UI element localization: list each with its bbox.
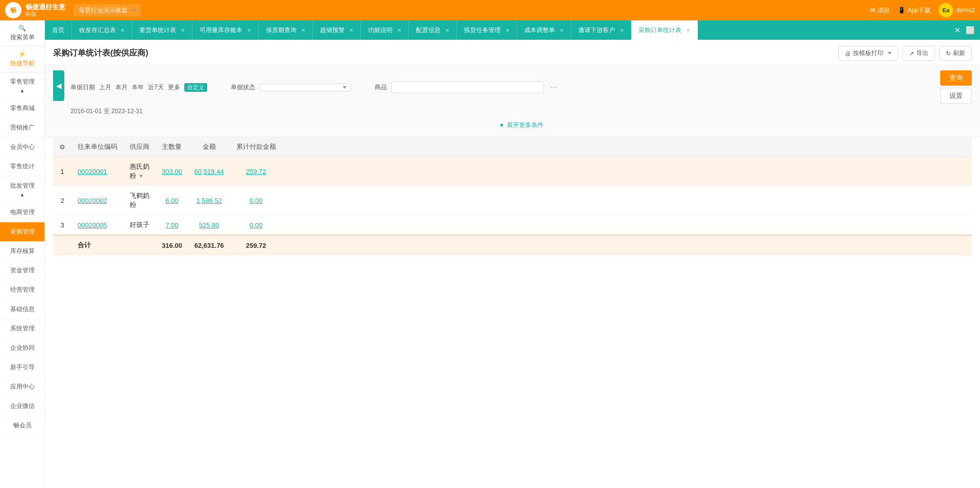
sidebar-item-member[interactable]: 会员中心 bbox=[0, 138, 44, 157]
close-tab-available-stock[interactable]: ✕ bbox=[247, 28, 251, 33]
tab-order-summary[interactable]: 要货单统计表 ✕ bbox=[132, 20, 192, 40]
goods-more-icon[interactable]: ··· bbox=[550, 83, 557, 92]
maximize-btn[interactable]: ⬜ bbox=[964, 24, 976, 36]
query-button[interactable]: 查询 bbox=[940, 70, 972, 86]
shortcut-this-month[interactable]: 本月 bbox=[115, 83, 128, 92]
message-btn[interactable]: ✉ 消息 bbox=[870, 6, 890, 15]
shortcut-more[interactable]: 更多 bbox=[168, 83, 180, 92]
row-index-1: 1 bbox=[53, 157, 71, 186]
col-extra bbox=[282, 137, 972, 157]
sidebar-item-ecommerce[interactable]: 电商管理 bbox=[0, 203, 44, 222]
tab-purchase-stat[interactable]: 采购订单统计表 ✕ bbox=[631, 20, 698, 40]
right-content: 首页 收发存汇总表 ✕ 要货单统计表 ✕ 可用量库存账本 ✕ 保质期查询 ✕ 超… bbox=[45, 20, 980, 488]
shortcut-this-year[interactable]: 本年 bbox=[132, 83, 144, 92]
expand-icon: ▲ bbox=[20, 88, 25, 93]
tab-cost-adjust[interactable]: 成本调整单 ✕ bbox=[517, 20, 571, 40]
settings-button[interactable]: 设置 bbox=[940, 88, 972, 104]
app-icon: 📱 bbox=[898, 7, 905, 14]
sidebar-item-marketing[interactable]: 营销推广 bbox=[0, 118, 44, 138]
close-tab-purchase-stat[interactable]: ✕ bbox=[686, 28, 690, 33]
user-area[interactable]: Ea demo2 bbox=[939, 3, 975, 17]
message-icon: ✉ bbox=[870, 7, 875, 14]
sidebar-item-retail-stat[interactable]: 零售统计 bbox=[0, 157, 44, 176]
tab-available-stock[interactable]: 可用量库存账本 ✕ bbox=[192, 20, 259, 40]
sidebar-item-enterprise[interactable]: 企业协同 bbox=[0, 339, 44, 358]
sidebar-item-wechat[interactable]: 企业微信 bbox=[0, 397, 44, 416]
close-tab-invite-downstream[interactable]: ✕ bbox=[620, 28, 624, 33]
app-download-btn[interactable]: 📱 App下载 bbox=[898, 6, 930, 15]
custom-date-tag[interactable]: 自定义 bbox=[184, 83, 207, 92]
filter-row-date: 2016-01-01 至 2023-12-31 bbox=[70, 107, 972, 116]
sidebar-item-quicknav[interactable]: ⚡ 快捷导航 bbox=[0, 46, 44, 72]
refresh-button[interactable]: ↻ 刷新 bbox=[939, 46, 972, 61]
row-qty-2: 6.00 bbox=[156, 186, 188, 215]
row-code-3: 00020005 bbox=[71, 215, 124, 236]
sidebar-item-finance[interactable]: 资金管理 bbox=[0, 261, 44, 280]
sidebar-item-appcenter[interactable]: 应用中心 bbox=[0, 377, 44, 397]
close-tab-overstock-warning[interactable]: ✕ bbox=[349, 28, 353, 33]
close-tab-picking-task[interactable]: ✕ bbox=[505, 28, 509, 33]
template-print-button[interactable]: 🖨 按模板打印 bbox=[838, 46, 898, 61]
tab-picking-task[interactable]: 拣货任务管理 ✕ bbox=[457, 20, 517, 40]
export-button[interactable]: ↗ 导出 bbox=[902, 46, 935, 61]
footer-quantity: 316.00 bbox=[156, 235, 188, 255]
print-icon: 🖨 bbox=[845, 50, 851, 57]
user-avatar: Ea bbox=[939, 3, 953, 17]
sidebar-item-retail[interactable]: 零售管理 ▲ bbox=[0, 72, 44, 99]
tab-overstock-warning[interactable]: 超储预警 ✕ bbox=[313, 20, 361, 40]
close-tab-function-desc[interactable]: ✕ bbox=[397, 28, 401, 33]
close-tab-receive-summary[interactable]: ✕ bbox=[120, 28, 125, 33]
tab-function-desc[interactable]: 功能说明 ✕ bbox=[361, 20, 409, 40]
date-label: 单据日期 bbox=[70, 83, 95, 92]
col-settings[interactable]: ⚙ bbox=[53, 137, 71, 157]
sidebar-item-search[interactable]: 🔍 搜索英单 bbox=[0, 20, 44, 46]
close-tab-config-info[interactable]: ✕ bbox=[445, 28, 449, 33]
goods-input[interactable] bbox=[391, 81, 544, 93]
shortcut-last-month[interactable]: 上月 bbox=[99, 83, 111, 92]
tab-warranty-query[interactable]: 保质期查询 ✕ bbox=[259, 20, 313, 40]
page-actions: 🖨 按模板打印 ↗ 导出 ↻ 刷新 bbox=[838, 46, 972, 61]
sidebar-item-inventory[interactable]: 库存核算 bbox=[0, 242, 44, 261]
footer-paid: 259.72 bbox=[230, 235, 282, 255]
sidebar-item-batch[interactable]: 批发管理 ▲ bbox=[0, 176, 44, 203]
col-amount: 金额 bbox=[188, 137, 230, 157]
close-all-tabs-btn[interactable]: ✕ bbox=[953, 24, 962, 36]
sidebar-item-newguide[interactable]: 新手引导 bbox=[0, 358, 44, 377]
row-qty-3: 7.00 bbox=[156, 215, 188, 236]
sidebar-item-purchase[interactable]: 采购管理 bbox=[0, 222, 44, 242]
query-btns: 查询 设置 bbox=[940, 70, 972, 104]
collapse-toggle-btn[interactable]: ◀ bbox=[53, 70, 64, 101]
close-tab-order-summary[interactable]: ✕ bbox=[181, 28, 185, 33]
nav-tabs: 首页 收发存汇总表 ✕ 要货单统计表 ✕ 可用量库存账本 ✕ 保质期查询 ✕ 超… bbox=[45, 20, 980, 40]
sidebar-item-system[interactable]: 系统管理 bbox=[0, 319, 44, 339]
date-range-display: 2016-01-01 至 2023-12-31 bbox=[70, 107, 142, 116]
sidebar-item-operations[interactable]: 经营管理 bbox=[0, 280, 44, 300]
row-index-3: 3 bbox=[53, 215, 71, 236]
sidebar-item-basic[interactable]: 基础信息 bbox=[0, 300, 44, 319]
table-header: ⚙ 往来单位编码 供应商 主数量 金额 累计付款金额 bbox=[53, 137, 972, 157]
row-supplier-2: 飞鹤奶粉 bbox=[124, 186, 156, 215]
expand-filter-btn[interactable]: ▼ 展开更多条件 bbox=[70, 119, 972, 132]
tab-invite-downstream[interactable]: 邀请下游客户 ✕ bbox=[571, 20, 631, 40]
dropdown-arrow-icon bbox=[132, 9, 136, 12]
close-tab-cost-adjust[interactable]: ✕ bbox=[559, 28, 564, 33]
expand-filter-icon: ▼ bbox=[499, 122, 505, 129]
row-paid-1: 259.72 bbox=[230, 157, 282, 186]
sidebar-item-retail-store[interactable]: 零售商城 bbox=[0, 99, 44, 118]
main-layout: 🔍 搜索英单 ⚡ 快捷导航 零售管理 ▲ 零售商城 营销推广 会员中心 零售统计… bbox=[0, 20, 980, 488]
shortcut-7days[interactable]: 近7天 bbox=[148, 83, 164, 92]
tab-receive-summary[interactable]: 收发存汇总表 ✕ bbox=[72, 20, 132, 40]
page-title: 采购订单统计表(按供应商) bbox=[53, 48, 149, 59]
tab-config-info[interactable]: 配置信息 ✕ bbox=[409, 20, 457, 40]
close-tab-warranty-query[interactable]: ✕ bbox=[301, 28, 305, 33]
dropdown-label[interactable]: 母婴行业演示账套 bbox=[74, 4, 141, 17]
row-paid-3: 0.00 bbox=[230, 215, 282, 236]
refresh-icon: ↻ bbox=[946, 50, 951, 57]
row-extra-1 bbox=[282, 157, 972, 186]
tab-home[interactable]: 首页 bbox=[45, 20, 72, 40]
status-select[interactable] bbox=[259, 84, 351, 91]
sidebar-item-member2[interactable]: 畅会员 bbox=[0, 416, 44, 435]
search-icon: 🔍 bbox=[18, 24, 26, 32]
top-bar-right: ✉ 消息 📱 App下载 Ea demo2 bbox=[870, 3, 975, 17]
table-row: 3 00020005 好孩子 7.00 525.80 0.00 bbox=[53, 215, 972, 236]
